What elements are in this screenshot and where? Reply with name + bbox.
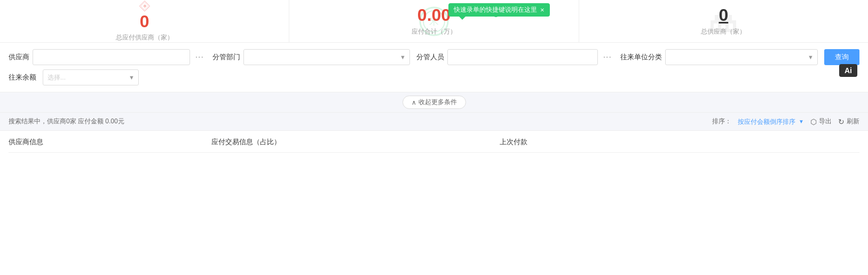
person-ellipsis-btn[interactable]: ··· [601,52,614,62]
filter-unit-category: 往来单位分类 ▼ [620,49,818,65]
balance-label: 往来余额 [9,73,36,82]
refresh-icon: ↻ [838,117,845,126]
balance-select[interactable]: 选择... [43,69,139,85]
export-label: 导出 [819,117,832,126]
filter-row-2: 往来余额 选择... ▼ [9,69,859,85]
collapse-btn-label: 收起更多条件 [419,98,457,107]
sort-label: 排序： [712,117,731,126]
person-input[interactable] [447,49,598,65]
export-button[interactable]: ⬡ 导出 [810,117,832,126]
export-icon: ⬡ [810,117,817,126]
tooltip-bubble: 快速录单的快捷键说明在这里 × [448,3,550,17]
person-label: 分管人员 [416,52,444,62]
filter-person: 分管人员 ··· [416,49,614,65]
collapse-up-icon: ∧ [412,99,416,106]
refresh-label: 刷新 [847,117,859,126]
collapse-button[interactable]: ∧ 收起更多条件 [403,96,466,109]
filter-row-1: 供应商 ··· 分管部门 ▼ 分管人员 ··· 往来单位分类 [9,49,859,65]
balance-select-wrapper: 选择... ▼ [43,69,139,85]
refresh-button[interactable]: ↻ 刷新 [838,117,859,126]
total-payable-suppliers-label: 总应付供应商（家） [116,33,173,42]
result-info: 搜索结果中，供应商0家 应付金额 0.00元 [9,117,124,126]
stats-bar: ◇ 0 总应付供应商（家） 快速录单的快捷键说明在这里 × 米 0.00 应付合… [0,0,868,43]
stat-total-suppliers: 0 总供应商（家） [579,0,868,42]
sort-select-wrapper: 按应付会额倒序排序 ▼ [738,118,804,125]
supplier-ellipsis-btn[interactable]: ··· [193,52,206,62]
collapse-bar: ∧ 收起更多条件 [0,92,868,113]
table-header: 供应商信息 应付交易信息（占比） 上次付款 [9,131,859,153]
unit-category-label: 往来单位分类 [620,52,662,62]
total-suppliers-label: 总供应商（家） [701,27,746,36]
supplier-label: 供应商 [9,52,29,62]
stat-total-payable-suppliers: ◇ 0 总应付供应商（家） [0,0,289,42]
payable-total-number: 0.00 [417,6,451,25]
tooltip-text: 快速录单的快捷键说明在这里 [454,5,537,14]
stat-payable-total: 快速录单的快捷键说明在这里 × 米 0.00 应付合计（万） [289,0,579,42]
col-payment-header: 上次付款 [500,137,859,147]
svg-text:◇: ◇ [143,4,146,7]
col-supplier-header: 供应商信息 [9,137,211,147]
col-trade-header: 应付交易信息（占比） [211,137,500,147]
department-select[interactable] [243,49,410,65]
filter-area: 供应商 ··· 分管部门 ▼ 分管人员 ··· 往来单位分类 [0,43,868,92]
total-suppliers-number: 0 [719,6,728,25]
department-label: 分管部门 [212,52,240,62]
result-actions: 排序： 按应付会额倒序排序 ▼ ⬡ 导出 ↻ 刷新 [712,117,859,126]
diamond-icon: ◇ [131,0,159,12]
sort-select[interactable]: 按应付会额倒序排序 [738,118,804,125]
table-area: 供应商信息 应付交易信息（占比） 上次付款 [0,131,868,153]
ai-badge[interactable]: Ai [839,64,857,77]
empty-area [0,153,868,275]
filter-supplier: 供应商 ··· [9,49,206,65]
query-button[interactable]: 查询 [824,49,859,65]
supplier-input[interactable] [33,49,190,65]
unit-category-select[interactable] [665,49,818,65]
result-bar: 搜索结果中，供应商0家 应付金额 0.00元 排序： 按应付会额倒序排序 ▼ ⬡… [0,113,868,131]
total-payable-suppliers-number: 0 [140,12,149,31]
payable-total-label: 应付合计（万） [412,27,456,36]
tooltip-close-btn[interactable]: × [540,6,545,14]
filter-department: 分管部门 ▼ [212,49,410,65]
